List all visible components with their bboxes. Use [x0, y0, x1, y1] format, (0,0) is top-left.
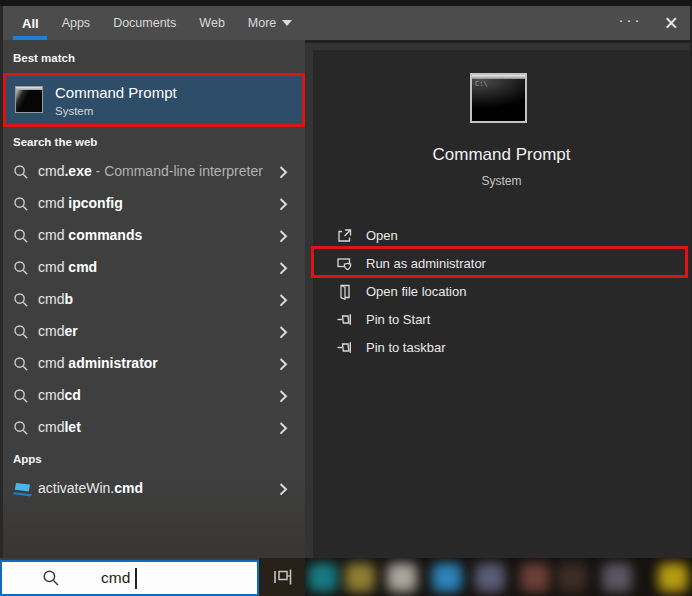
search-icon — [13, 196, 29, 212]
chevron-right-icon[interactable] — [275, 260, 291, 276]
suggestion-text: cmd ipconfig — [38, 195, 123, 211]
preview-area: C:\ Command Prompt System Open — [305, 40, 692, 558]
search-input-value: cmd — [101, 569, 130, 587]
context-action-menu: Open Run as administrator Open file loca… — [313, 222, 690, 362]
chevron-right-icon[interactable] — [275, 388, 291, 404]
taskbar-app-icon[interactable] — [432, 563, 462, 592]
menu-item-open-file-location[interactable]: Open file location — [313, 278, 690, 306]
suggestion-text: cmdb — [38, 291, 73, 307]
search-icon — [13, 260, 29, 276]
best-match-result[interactable]: Command Prompt System — [3, 73, 305, 127]
taskbar-app-icon[interactable] — [658, 563, 688, 592]
command-prompt-icon — [15, 86, 43, 113]
chevron-right-icon[interactable] — [275, 228, 291, 244]
search-icon — [42, 569, 60, 587]
apps-header: Apps — [13, 453, 42, 465]
best-match-subtitle: System — [55, 105, 93, 117]
web-suggestion-row[interactable]: cmd cmd — [0, 252, 305, 284]
menu-item-pin-to-taskbar[interactable]: Pin to taskbar — [313, 334, 690, 362]
web-suggestion-row[interactable]: cmd ipconfig — [0, 188, 305, 220]
chevron-right-icon[interactable] — [275, 292, 291, 308]
search-web-header: Search the web — [13, 136, 97, 148]
search-filter-bar: All Apps Documents Web More ··· × — [0, 6, 692, 40]
web-suggestion-row[interactable]: cmdb — [0, 284, 305, 316]
tab-documents[interactable]: Documents — [113, 16, 176, 30]
web-suggestion-row[interactable]: cmd administrator — [0, 348, 305, 380]
menu-item-label: Open file location — [366, 284, 466, 299]
chevron-right-icon[interactable] — [275, 196, 291, 212]
chevron-right-icon[interactable] — [275, 481, 291, 497]
taskbar-icons-strip — [305, 558, 692, 596]
menu-item-open[interactable]: Open — [313, 222, 690, 250]
active-tab-underline — [13, 36, 47, 40]
suggestion-text: cmdcd — [38, 387, 81, 403]
start-search-panel: All Apps Documents Web More ··· × Best m… — [0, 0, 692, 596]
command-prompt-icon-large: C:\ — [470, 73, 527, 123]
open-file-location-icon — [336, 283, 353, 300]
search-icon — [13, 388, 29, 404]
search-icon — [13, 324, 29, 340]
preview-panel: C:\ Command Prompt System Open — [313, 50, 690, 558]
menu-item-label: Pin to Start — [366, 312, 430, 327]
pin-icon — [336, 311, 353, 328]
app-result-row[interactable]: activateWin.cmd — [0, 473, 305, 505]
search-input[interactable]: cmd — [0, 560, 259, 596]
chevron-right-icon[interactable] — [275, 164, 291, 180]
suggestion-text: cmdlet — [38, 419, 81, 435]
icon-prompt-text: C:\ — [475, 80, 488, 88]
web-suggestion-row[interactable]: cmd.exe - Command-line interpreter — [0, 156, 305, 188]
taskbar-row: cmd — [0, 558, 692, 596]
taskbar-app-icon[interactable] — [602, 563, 632, 592]
tab-apps[interactable]: Apps — [62, 16, 91, 30]
pin-icon — [336, 339, 353, 356]
taskbar-app-icon[interactable] — [475, 563, 505, 592]
chevron-right-icon[interactable] — [275, 324, 291, 340]
menu-item-pin-to-start[interactable]: Pin to Start — [313, 306, 690, 334]
web-suggestion-row[interactable]: cmd commands — [0, 220, 305, 252]
web-suggestion-row[interactable]: cmdlet — [0, 412, 305, 444]
search-icon — [13, 228, 29, 244]
web-suggestion-row[interactable]: cmdcd — [0, 380, 305, 412]
taskbar-app-icon[interactable] — [308, 563, 338, 592]
best-match-header: Best match — [13, 52, 75, 64]
window-top-edge — [0, 0, 692, 6]
close-icon[interactable]: × — [665, 13, 678, 33]
taskbar-app-icon[interactable] — [345, 563, 375, 592]
search-icon — [13, 292, 29, 308]
suggestion-text: cmd cmd — [38, 259, 97, 275]
menu-item-label: Pin to taskbar — [366, 340, 446, 355]
preview-subtitle: System — [313, 174, 690, 188]
tab-more[interactable]: More — [248, 16, 292, 30]
tab-web[interactable]: Web — [199, 16, 224, 30]
chevron-right-icon[interactable] — [275, 356, 291, 372]
touch-keyboard-icon[interactable] — [272, 567, 294, 587]
menu-item-run-as-administrator[interactable]: Run as administrator — [313, 250, 690, 278]
taskbar-app-icon[interactable] — [387, 563, 417, 592]
more-options-icon[interactable]: ··· — [619, 15, 643, 31]
chevron-down-icon — [282, 20, 292, 26]
open-icon — [336, 227, 353, 244]
suggestion-text: cmd commands — [38, 227, 142, 243]
filter-tabs: All Apps Documents Web More — [22, 6, 292, 40]
web-suggestion-row[interactable]: cmder — [0, 316, 305, 348]
taskbar-app-icon[interactable] — [520, 563, 550, 592]
window-left-edge — [0, 6, 3, 558]
search-icon — [13, 356, 29, 372]
best-match-title: Command Prompt — [55, 84, 177, 101]
app-result-text: activateWin.cmd — [38, 480, 143, 496]
web-suggestion-list: cmd.exe - Command-line interpreter cmd i… — [0, 156, 305, 444]
batch-file-icon — [13, 480, 33, 498]
tab-all[interactable]: All — [22, 16, 39, 31]
preview-title: Command Prompt — [313, 145, 690, 165]
suggestion-text: cmd administrator — [38, 355, 158, 371]
menu-item-label: Open — [366, 228, 398, 243]
search-icon — [13, 164, 29, 180]
taskbar-app-icon[interactable] — [557, 563, 587, 592]
tab-more-label: More — [248, 16, 276, 30]
text-caret — [135, 568, 137, 589]
suggestion-text: cmd.exe - Command-line interpreter — [38, 163, 263, 179]
chevron-right-icon[interactable] — [275, 420, 291, 436]
menu-item-label: Run as administrator — [366, 256, 486, 271]
taskbar-gap — [259, 558, 305, 596]
suggestion-text: cmder — [38, 323, 78, 339]
